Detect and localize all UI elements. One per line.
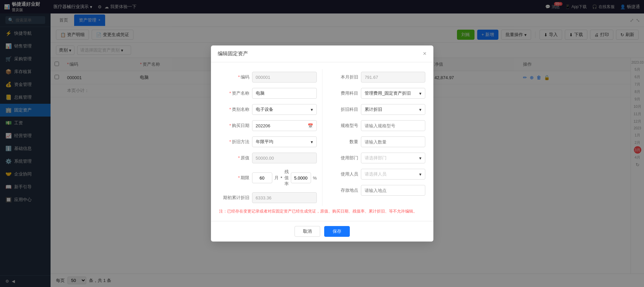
form-row-department: 使用部门 请选择部门 ▾ [328, 150, 425, 166]
location-label: 存放地点 [328, 187, 358, 193]
department-label: 使用部门 [328, 155, 358, 161]
expense-subject-label: 费用科目 [328, 90, 358, 96]
period-label: *期限 [219, 175, 249, 181]
purchase-date-label: *购买日期 [219, 123, 249, 129]
form-row-asset-name: *资产名称 [219, 85, 317, 101]
department-placeholder: 请选择部门 [365, 155, 387, 161]
quantity-input[interactable] [361, 136, 425, 147]
spec-model-input[interactable] [361, 120, 425, 131]
current-month-dep-input[interactable] [361, 72, 425, 83]
original-value-input[interactable] [252, 153, 317, 163]
code-input[interactable] [252, 72, 317, 83]
person-placeholder: 请选择人员 [365, 171, 387, 177]
form-right-col: 本月折旧 费用科目 管理费用_固定资产折旧 ▾ [323, 69, 425, 206]
category-dropdown-icon: ▾ [311, 107, 313, 112]
modal-overlay: 编辑固定资产 × *编码 *资产名称 [0, 0, 644, 287]
category-label: *类别名称 [219, 106, 249, 113]
period-inputs: 月 * 残值率 % [252, 169, 317, 187]
initial-accumulated-label: 期初累计折旧 [219, 195, 249, 201]
person-label: 使用人员 [328, 171, 358, 177]
residual-rate-input[interactable] [291, 172, 311, 183]
expense-subject-value: 管理费用_固定资产折旧 [365, 90, 411, 96]
modal-close-button[interactable]: × [423, 50, 427, 57]
purchase-date-input[interactable]: 202206 📅 [252, 120, 317, 131]
residual-rate-unit: % [313, 176, 317, 181]
expense-subject-select[interactable]: 管理费用_固定资产折旧 ▾ [361, 88, 425, 99]
expense-subject-icon: ▾ [419, 91, 422, 96]
form-row-location: 存放地点 [328, 182, 425, 198]
residual-rate-label: 残值率 [284, 169, 289, 187]
location-input[interactable] [361, 185, 425, 196]
form-row-purchase-date: *购买日期 202206 📅 [219, 118, 317, 134]
depreciation-subject-value: 累计折旧 [365, 106, 382, 113]
modal-footer: 取消 保存 [211, 221, 433, 242]
form-row-depreciation-subject: 折旧科目 累计折旧 ▾ [328, 101, 425, 118]
person-icon: ▾ [419, 172, 422, 177]
current-month-dep-label: 本月折旧 [328, 74, 358, 80]
form-row-current-month-dep: 本月折旧 [328, 69, 425, 85]
form-row-depreciation-method: *折旧方法 年限平均 ▾ [219, 134, 317, 150]
period-unit: 月 [274, 175, 279, 181]
department-icon: ▾ [419, 156, 422, 161]
original-value-label: *原值 [219, 155, 249, 161]
form-row-period: *期限 月 * 残值率 % [219, 166, 317, 190]
spec-model-label: 规格型号 [328, 123, 358, 129]
form-left-col: *编码 *资产名称 *类别名称 [219, 69, 323, 206]
depreciation-method-icon: ▾ [311, 139, 313, 145]
depreciation-method-select[interactable]: 年限平均 ▾ [252, 136, 317, 147]
period-value-input[interactable] [252, 172, 272, 183]
department-select[interactable]: 请选择部门 ▾ [361, 153, 425, 163]
edit-asset-modal: 编辑固定资产 × *编码 *资产名称 [211, 45, 433, 242]
calendar-icon: 📅 [308, 123, 313, 128]
form-row-person: 使用人员 请选择人员 ▾ [328, 166, 425, 182]
cancel-button[interactable]: 取消 [295, 226, 320, 237]
form-row-expense-subject: 费用科目 管理费用_固定资产折旧 ▾ [328, 85, 425, 101]
initial-accumulated-input[interactable] [252, 192, 317, 203]
depreciation-subject-select[interactable]: 累计折旧 ▾ [361, 104, 425, 115]
asset-name-label: *资产名称 [219, 90, 249, 96]
modal-header: 编辑固定资产 × [211, 45, 433, 62]
modal-title: 编辑固定资产 [218, 51, 248, 57]
purchase-date-value: 202206 [256, 123, 270, 128]
depreciation-method-label: *折旧方法 [219, 139, 249, 145]
form-row-quantity: 数量 [328, 134, 425, 150]
quantity-label: 数量 [328, 139, 358, 145]
form-row-initial-accumulated: 期初累计折旧 [219, 190, 317, 206]
form-row-code: *编码 [219, 69, 317, 85]
person-select[interactable]: 请选择人员 ▾ [361, 169, 425, 180]
category-select[interactable]: 电子设备 ▾ [252, 104, 317, 115]
form-row-category: *类别名称 电子设备 ▾ [219, 101, 317, 118]
asset-name-input[interactable] [252, 88, 317, 99]
code-label: *编码 [219, 74, 249, 80]
save-button[interactable]: 保存 [324, 226, 350, 237]
depreciation-subject-icon: ▾ [419, 107, 422, 112]
depreciation-subject-label: 折旧科目 [328, 106, 358, 113]
form-row-original-value: *原值 [219, 150, 317, 166]
category-select-value: 电子设备 [256, 106, 273, 113]
depreciation-method-value: 年限平均 [256, 139, 273, 145]
form-grid: *编码 *资产名称 *类别名称 [219, 69, 425, 206]
form-row-spec-model: 规格型号 [328, 118, 425, 134]
form-note: 注：已经存在变更记录或者对应固定资产已经生成凭证，原值、购买日期、残值率、累计折… [219, 206, 425, 214]
modal-body: *编码 *资产名称 *类别名称 [211, 62, 433, 221]
